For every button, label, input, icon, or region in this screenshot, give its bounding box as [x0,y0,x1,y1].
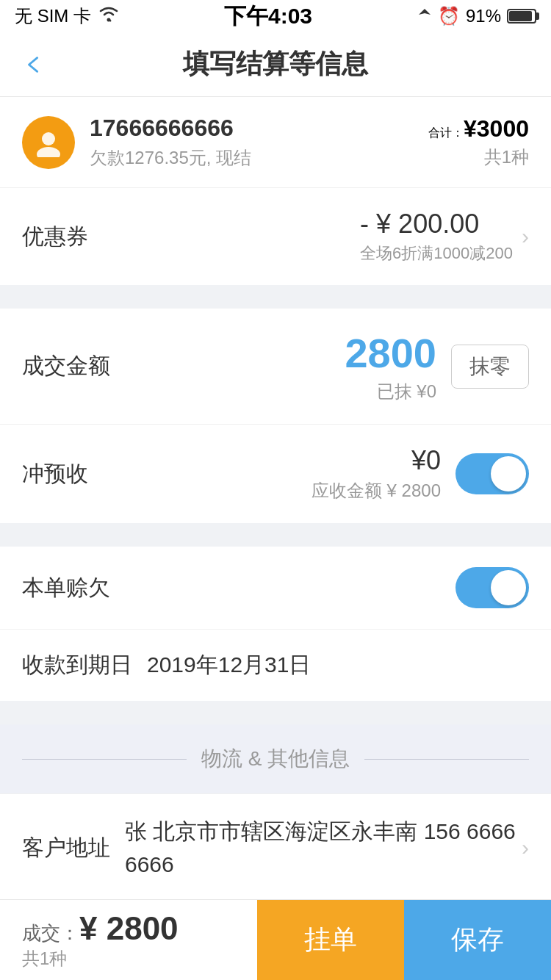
amount-container: 2800 已抹 ¥0 [345,329,436,403]
wifi-icon [98,6,119,26]
coupon-info: - ¥ 200.00 全场6折满1000减200 [360,209,513,264]
total-value: ¥3000 [464,115,529,142]
pre-receive-amounts: ¥0 应收金额 ¥ 2800 [311,445,441,502]
logistics-line-right [364,759,529,760]
logistics-section: 物流 & 其他信息 [0,724,551,793]
total-label-value: 合计：¥3000 [428,115,529,143]
customer-phone: 17666666666 [90,115,251,142]
svg-point-2 [42,132,55,145]
due-date-label: 收款到期日 [22,650,132,680]
address-label: 客户地址 [22,833,110,863]
debt-toggle-knob [491,570,526,605]
pre-amount: ¥0 [311,445,441,476]
customer-sub: 欠款1276.35元, 现结 [90,146,251,170]
no-sim-text: 无 SIM 卡 [15,4,91,28]
alarm-icon: ⏰ [438,6,460,26]
customer-info: 17666666666 欠款1276.35元, 现结 [90,115,251,170]
debt-row: 本单赊欠 [0,547,551,629]
transaction-card: 成交金额 2800 已抹 ¥0 抹零 冲预收 ¥0 应收金额 ¥ 2800 [0,309,551,523]
debt-toggle[interactable] [455,567,529,608]
pre-sub: 应收金额 ¥ 2800 [311,479,441,502]
bottom-bar: 成交：¥ 2800 共1种 挂单 保存 [0,899,551,980]
customer-right: 合计：¥3000 共1种 [428,115,529,169]
pre-receive-right: ¥0 应收金额 ¥ 2800 [311,445,529,502]
summary-count: 共1种 [22,947,235,970]
due-date-value: 2019年12月31日 [147,650,311,680]
chevron-right-icon: › [522,224,529,249]
customer-row: 17666666666 欠款1276.35元, 现结 合计：¥3000 共1种 [0,97,551,187]
bottom-summary: 成交：¥ 2800 共1种 [0,910,257,970]
debt-card: 本单赊欠 收款到期日 2019年12月31日 [0,547,551,701]
address-card: 客户地址 张 北京市市辖区海淀区永丰南 156 6666 6666 › [0,793,551,901]
total-label: 合计： [428,126,464,139]
summary-label: 成交： [22,922,79,944]
coupon-discount: - ¥ 200.00 [360,209,513,239]
coupon-label: 优惠券 [22,222,88,252]
content-area: 17666666666 欠款1276.35元, 现结 合计：¥3000 共1种 … [0,97,551,980]
coupon-row[interactable]: 优惠券 - ¥ 200.00 全场6折满1000减200 › [0,187,551,285]
section-gap-3 [0,713,551,724]
save-button[interactable]: 保存 [404,900,551,980]
due-date-row: 收款到期日 2019年12月31日 [0,629,551,701]
status-bar: 无 SIM 卡 下午4:03 ⏰ 91% [0,0,551,32]
pre-receive-row: 冲预收 ¥0 应收金额 ¥ 2800 [0,425,551,523]
address-chevron-icon: › [522,835,529,860]
transaction-amount: 2800 [345,329,436,377]
pre-receive-label: 冲预收 [22,459,88,489]
back-button[interactable] [18,48,50,81]
svg-point-0 [107,18,111,22]
address-value: 张 北京市市辖区海淀区永丰南 156 6666 6666 [125,815,522,881]
pre-receive-toggle[interactable] [455,453,529,494]
svg-marker-1 [419,9,431,15]
logistics-line-left [22,759,187,760]
transaction-right: 2800 已抹 ¥0 抹零 [345,329,529,403]
summary-line1: 成交：¥ 2800 [22,910,235,947]
nav-bar: 填写结算等信息 [0,32,551,97]
battery-percent: 91% [466,6,501,26]
customer-card: 17666666666 欠款1276.35元, 现结 合计：¥3000 共1种 … [0,97,551,285]
toggle-knob [491,456,526,491]
page-title: 填写结算等信息 [183,46,368,82]
transaction-label: 成交金额 [22,351,110,381]
transaction-sub: 已抹 ¥0 [345,380,436,403]
status-time: 下午4:03 [224,1,312,32]
transaction-row: 成交金额 2800 已抹 ¥0 抹零 [0,309,551,425]
coupon-right: - ¥ 200.00 全场6折满1000减200 › [360,209,529,264]
logistics-label: 物流 & 其他信息 [187,745,364,773]
debt-label: 本单赊欠 [22,573,110,603]
hang-order-button[interactable]: 挂单 [257,900,404,980]
section-gap-2 [0,535,551,547]
address-row[interactable]: 客户地址 张 北京市市辖区海淀区永丰南 156 6666 6666 › [0,793,551,901]
status-left: 无 SIM 卡 [15,4,119,28]
bottom-actions: 挂单 保存 [257,900,551,980]
item-count: 共1种 [428,145,529,169]
coupon-desc: 全场6折满1000减200 [360,242,513,264]
round-zero-button[interactable]: 抹零 [451,345,529,389]
section-gap-1 [0,297,551,309]
status-right: ⏰ 91% [417,6,536,26]
avatar [22,116,75,169]
svg-point-3 [37,147,60,157]
summary-amount: ¥ 2800 [79,910,179,946]
location-icon [417,6,432,26]
battery-icon [507,9,536,24]
customer-left: 17666666666 欠款1276.35元, 现结 [22,115,251,170]
